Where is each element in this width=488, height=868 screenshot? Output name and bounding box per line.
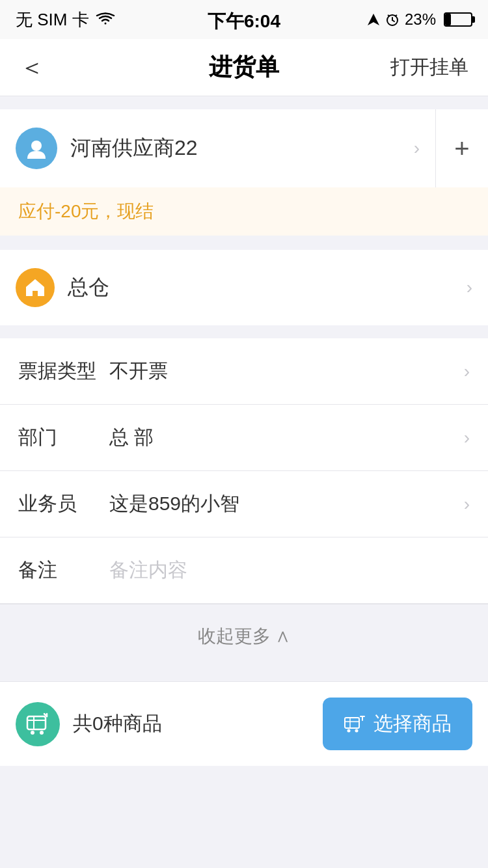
- svg-point-11: [40, 731, 44, 735]
- section-gap-2: [0, 236, 488, 249]
- salesperson-label: 业务员: [18, 491, 109, 517]
- select-cart-icon: [344, 715, 366, 733]
- status-right: 23%: [367, 10, 472, 29]
- salesperson-chevron-icon: ›: [464, 494, 470, 515]
- warehouse-selector[interactable]: 总仓 ›: [0, 250, 488, 325]
- svg-point-18: [355, 729, 359, 732]
- supplier-avatar: [16, 128, 57, 169]
- svg-point-17: [347, 729, 351, 732]
- ticket-type-label: 票据类型: [18, 358, 109, 385]
- dept-row[interactable]: 部门 总 部 ›: [0, 405, 488, 471]
- ticket-type-row[interactable]: 票据类型 不开票 ›: [0, 338, 488, 405]
- dept-value: 总 部: [109, 424, 459, 451]
- bottom-bar: 共0种商品 选择商品: [0, 681, 488, 766]
- alarm-icon: [385, 12, 400, 27]
- person-icon: [25, 137, 48, 160]
- dept-chevron-icon: ›: [464, 427, 470, 448]
- back-button[interactable]: ＜: [20, 51, 59, 84]
- nav-bar: ＜ 进货单 打开挂单: [0, 39, 488, 96]
- home-icon: [24, 277, 46, 299]
- svg-rect-14: [345, 718, 359, 728]
- gray-fill: [0, 766, 488, 868]
- select-product-button[interactable]: 选择商品: [323, 698, 472, 750]
- ticket-type-value: 不开票: [109, 358, 459, 385]
- content-area: 河南供应商22 › + 应付-20元，现结 总仓 › 票据类型 不开票 ›: [0, 96, 488, 868]
- svg-rect-7: [27, 716, 46, 729]
- salesperson-value: 这是859的小智: [109, 491, 459, 517]
- warehouse-section: 总仓 ›: [0, 250, 488, 325]
- remark-row[interactable]: 备注 备注内容: [0, 537, 488, 604]
- remark-label: 备注: [18, 557, 109, 584]
- status-time: 下午6:04: [208, 9, 280, 34]
- salesperson-row[interactable]: 业务员 这是859的小智 ›: [0, 471, 488, 537]
- add-supplier-button[interactable]: +: [436, 109, 488, 187]
- wifi-icon: [96, 12, 115, 27]
- ticket-chevron-icon: ›: [464, 361, 470, 382]
- form-section: 票据类型 不开票 › 部门 总 部 › 业务员 这是859的小智 › 备注 备注…: [0, 338, 488, 668]
- svg-point-10: [31, 731, 34, 735]
- supplier-selector[interactable]: 河南供应商22 ›: [0, 109, 436, 187]
- svg-line-3: [392, 20, 394, 21]
- dept-label: 部门: [18, 424, 109, 451]
- page-title: 进货单: [209, 51, 279, 83]
- section-gap-1: [0, 96, 488, 109]
- product-count: 共0种商品: [73, 711, 323, 737]
- status-carrier: 无 SIM 卡: [16, 8, 115, 31]
- remark-input[interactable]: 备注内容: [109, 557, 470, 584]
- open-pending-button[interactable]: 打开挂单: [390, 54, 468, 81]
- supplier-name: 河南供应商22: [70, 134, 406, 163]
- status-bar: 无 SIM 卡 下午6:04 23%: [0, 0, 488, 39]
- location-icon: [367, 13, 380, 26]
- warehouse-icon: [16, 268, 55, 307]
- svg-marker-0: [368, 14, 379, 25]
- warning-banner: 应付-20元，现结: [0, 187, 488, 236]
- supplier-section: 河南供应商22 › +: [0, 109, 488, 187]
- chevron-icon: ›: [414, 138, 420, 159]
- collapse-button[interactable]: 收起更多 ∧: [0, 604, 488, 668]
- svg-point-6: [31, 141, 42, 151]
- warehouse-name: 总仓: [68, 273, 459, 302]
- battery-icon: [444, 12, 472, 27]
- product-icon-wrap: [16, 702, 60, 746]
- cart-icon: [25, 711, 51, 737]
- warehouse-chevron-icon: ›: [467, 277, 472, 298]
